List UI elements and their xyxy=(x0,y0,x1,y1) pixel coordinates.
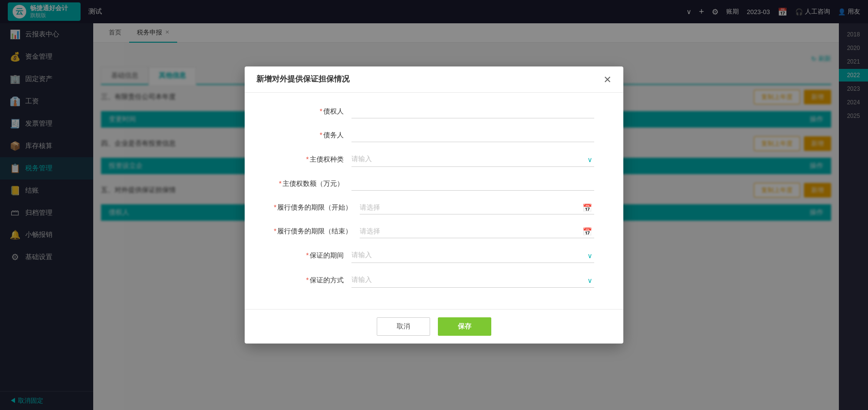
dialog-title: 新增对外提供保证担保情况 xyxy=(256,74,350,84)
input-zhaiquanren[interactable] xyxy=(351,104,594,118)
save-button[interactable]: 保存 xyxy=(438,317,491,336)
calendar-icon-period_end[interactable]: 📅 xyxy=(583,227,592,236)
calendar-icon-period_start[interactable]: 📅 xyxy=(583,203,592,212)
input-zhaiwuren[interactable] xyxy=(351,128,594,142)
dialog: 新增对外提供保证担保情况 ✕ *债权人*债务人*主债权种类请输入∨*主债权数额（… xyxy=(245,66,623,344)
form-row-period_start: *履行债务的期限（开始）📅 xyxy=(274,200,594,214)
cancel-button[interactable]: 取消 xyxy=(377,317,430,336)
dialog-body: *债权人*债务人*主债权种类请输入∨*主债权数额（万元）*履行债务的期限（开始）… xyxy=(245,93,623,309)
dialog-footer: 取消 保存 xyxy=(245,309,623,344)
input-zhudaiquan_amount[interactable] xyxy=(351,177,594,191)
form-row-zhaiquanren: *债权人 xyxy=(274,104,594,118)
form-label-guarantee_period: *保证的期间 xyxy=(274,251,351,260)
dialog-close-button[interactable]: ✕ xyxy=(603,75,612,84)
form-row-zhudaiquan_amount: *主债权数额（万元） xyxy=(274,177,594,191)
dialog-header: 新增对外提供保证担保情况 ✕ xyxy=(245,66,623,93)
form-label-zhudaiquan_type: *主债权种类 xyxy=(274,155,351,164)
select-zhudaiquan_type[interactable]: 请输入 xyxy=(351,152,594,167)
form-label-zhaiwuren: *债务人 xyxy=(274,131,351,140)
date-input-period_start[interactable] xyxy=(360,200,594,214)
form-row-guarantee_period: *保证的期间请输入∨ xyxy=(274,248,594,263)
form-label-period_end: *履行债务的期限（结束） xyxy=(274,227,360,236)
form-label-zhudaiquan_amount: *主债权数额（万元） xyxy=(274,180,351,188)
select-guarantee_period[interactable]: 请输入 xyxy=(351,248,594,263)
select-guarantee_method[interactable]: 请输入 xyxy=(351,273,594,288)
form-label-zhaiquanren: *债权人 xyxy=(274,107,351,116)
form-label-period_start: *履行债务的期限（开始） xyxy=(274,203,360,212)
form-label-guarantee_method: *保证的方式 xyxy=(274,276,351,285)
form-row-guarantee_method: *保证的方式请输入∨ xyxy=(274,273,594,288)
dialog-overlay: 新增对外提供保证担保情况 ✕ *债权人*债务人*主债权种类请输入∨*主债权数额（… xyxy=(0,0,868,410)
form-row-zhudaiquan_type: *主债权种类请输入∨ xyxy=(274,152,594,167)
form-row-period_end: *履行债务的期限（结束）📅 xyxy=(274,224,594,238)
form-row-zhaiwuren: *债务人 xyxy=(274,128,594,142)
date-input-period_end[interactable] xyxy=(360,224,594,238)
